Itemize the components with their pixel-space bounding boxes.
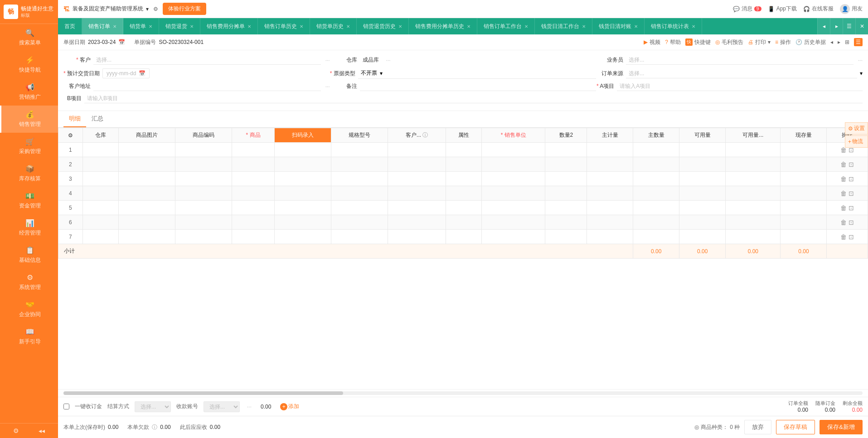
- sidebar-item-enterprise[interactable]: 🤝 企业协同: [0, 296, 58, 323]
- row-6-customer-code[interactable]: [388, 215, 446, 230]
- row-5-attr[interactable]: [446, 201, 482, 215]
- tab-sales-order[interactable]: 销售订单 ✕: [82, 18, 123, 34]
- logistics-btn[interactable]: + 物流: [845, 135, 868, 148]
- solution-button[interactable]: 体验行业方案: [163, 3, 206, 15]
- warehouse-ellipsis[interactable]: ···: [386, 57, 391, 63]
- toolbar-list-icon[interactable]: ☰: [854, 38, 863, 46]
- calendar-icon[interactable]: 📅: [118, 39, 125, 45]
- tab-close-fee-split-history[interactable]: ✕: [467, 24, 470, 29]
- tab-order-history[interactable]: 销售订单历史 ✕: [258, 18, 310, 34]
- tabs-scroll-left[interactable]: ◂: [817, 18, 830, 34]
- row-7-main-unit[interactable]: [587, 230, 633, 244]
- row-6-image[interactable]: [118, 215, 175, 230]
- row-4-available[interactable]: [679, 186, 726, 201]
- row-4-stock[interactable]: [781, 186, 827, 201]
- row-5-main-unit[interactable]: [587, 201, 633, 215]
- row-1-main-unit[interactable]: [587, 143, 633, 157]
- row-5-code[interactable]: [175, 201, 232, 215]
- tab-detail[interactable]: 明细: [63, 111, 86, 127]
- tab-close-order-history[interactable]: ✕: [300, 24, 303, 29]
- row-7-scan[interactable]: [275, 230, 331, 244]
- order-source-input[interactable]: [626, 69, 857, 78]
- tab-sales-invoice[interactable]: 销货单 ✕: [123, 18, 159, 34]
- module-selector[interactable]: 🏗 装备及固定资产辅助管理系统 ▾: [63, 5, 149, 13]
- delivery-date-input[interactable]: yyyy-mm-dd 📅: [102, 68, 150, 78]
- table-scrollbar[interactable]: [58, 389, 868, 397]
- tab-close-fee-split[interactable]: ✕: [247, 24, 251, 29]
- row-1-customer-code[interactable]: [388, 143, 446, 157]
- row-5-main-qty[interactable]: [633, 201, 679, 215]
- row-2-warehouse[interactable]: [82, 157, 118, 172]
- agent-input[interactable]: [626, 55, 853, 65]
- row-7-spec[interactable]: [331, 230, 388, 244]
- row-2-qty2[interactable]: [545, 157, 587, 172]
- row-5-scan[interactable]: [275, 201, 331, 215]
- row-3-delete[interactable]: 🗑: [840, 175, 847, 183]
- tab-close-sales-return[interactable]: ✕: [190, 24, 194, 29]
- sidebar-collapse-btn[interactable]: ◂◂: [39, 427, 45, 434]
- row-1-image[interactable]: [118, 143, 175, 157]
- row-5-unit[interactable]: [481, 201, 545, 215]
- row-3-qty2[interactable]: [545, 172, 587, 186]
- row-7-attr[interactable]: [446, 230, 482, 244]
- tab-close-daily-clear[interactable]: ✕: [582, 24, 586, 29]
- online-service-btn[interactable]: 🎧 在线客服: [803, 5, 834, 13]
- row-5-qty2[interactable]: [545, 201, 587, 215]
- row-3-available2[interactable]: [726, 172, 781, 186]
- sidebar-item-finance[interactable]: 💵 资金管理: [0, 187, 58, 214]
- row-4-qty2[interactable]: [545, 186, 587, 201]
- row-4-unit[interactable]: [481, 186, 545, 201]
- tab-reconcile[interactable]: 钱货日清对账 ✕: [592, 18, 645, 34]
- row-3-available[interactable]: [679, 172, 726, 186]
- row-5-available[interactable]: [679, 201, 726, 215]
- save-draft-button[interactable]: 保存草稿: [776, 420, 815, 434]
- row-6-stock[interactable]: [781, 215, 827, 230]
- tab-invoice-history[interactable]: 销货单历史 ✕: [310, 18, 357, 34]
- col-scan[interactable]: 扫码录入: [275, 128, 331, 143]
- row-7-qty2[interactable]: [545, 230, 587, 244]
- row-6-copy[interactable]: ⊡: [849, 219, 854, 226]
- row-7-unit[interactable]: [481, 230, 545, 244]
- row-3-unit[interactable]: [481, 172, 545, 186]
- row-6-available2[interactable]: [726, 215, 781, 230]
- row-4-image[interactable]: [118, 186, 175, 201]
- row-3-code[interactable]: [175, 172, 232, 186]
- row-5-customer-code[interactable]: [388, 201, 446, 215]
- app-download-btn[interactable]: 📱 App下载: [768, 5, 797, 13]
- print-btn[interactable]: 🖨 打印 ▾: [748, 39, 771, 46]
- profit-btn[interactable]: ◎ 毛利预告: [715, 39, 743, 46]
- row-6-main-unit[interactable]: [587, 215, 633, 230]
- topbar-settings-icon[interactable]: ⚙: [153, 6, 158, 12]
- row-2-image[interactable]: [118, 157, 175, 172]
- sidebar-item-sales[interactable]: 💰 销售管理: [0, 106, 58, 133]
- row-6-available[interactable]: [679, 215, 726, 230]
- tab-summary[interactable]: 汇总: [86, 111, 109, 127]
- row-7-stock[interactable]: [781, 230, 827, 244]
- row-7-product[interactable]: [232, 230, 274, 244]
- settings-panel-btn[interactable]: ⚙ 设置: [845, 122, 868, 135]
- sidebar-settings-btn[interactable]: ⚙: [13, 427, 19, 434]
- col-settings[interactable]: ⚙: [58, 128, 83, 143]
- history-btn[interactable]: 🕐 历史单据: [795, 39, 826, 46]
- row-5-stock[interactable]: [781, 201, 827, 215]
- row-7-delete[interactable]: 🗑: [840, 233, 847, 241]
- row-2-product[interactable]: [232, 157, 274, 172]
- row-4-product[interactable]: [232, 186, 274, 201]
- row-6-attr[interactable]: [446, 215, 482, 230]
- sidebar-item-search[interactable]: 🔍 搜索菜单: [0, 24, 58, 51]
- row-7-code[interactable]: [175, 230, 232, 244]
- sidebar-item-purchase[interactable]: 🛒 采购管理: [0, 133, 58, 160]
- row-7-warehouse[interactable]: [82, 230, 118, 244]
- row-2-spec[interactable]: [331, 157, 388, 172]
- row-1-scan[interactable]: [275, 143, 331, 157]
- row-7-image[interactable]: [118, 230, 175, 244]
- payment-add-btn[interactable]: + 添加: [280, 403, 299, 410]
- tab-daily-clear[interactable]: 钱货日清工作台 ✕: [535, 18, 592, 34]
- row-1-product[interactable]: [232, 143, 274, 157]
- tabs-menu[interactable]: ☰: [843, 18, 855, 34]
- row-2-scan[interactable]: [275, 157, 331, 172]
- sidebar-item-marketing[interactable]: 📢 营销推广: [0, 78, 58, 106]
- ticket-type-select[interactable]: 不开票 ▾: [358, 68, 596, 79]
- row-6-qty2[interactable]: [545, 215, 587, 230]
- row-5-image[interactable]: [118, 201, 175, 215]
